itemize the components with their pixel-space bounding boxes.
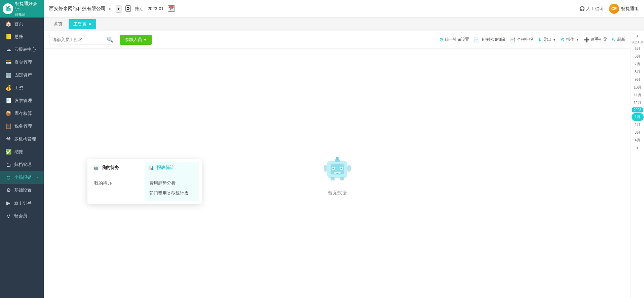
month-1[interactable]: 1月 [632,113,644,121]
logo-icon: 畅 [3,3,13,14]
special-deduct-icon: 📄 [474,37,480,42]
popup-dept-expense[interactable]: 部门费用类型统计表 [148,188,196,198]
add-company-btn[interactable]: ＋ [116,5,121,12]
popup-col-reports-header: 📊 报表统计 [148,164,196,174]
tab-close-salary[interactable]: ✕ [88,22,91,26]
month-4[interactable]: 4月 [632,136,644,144]
svg-rect-11 [331,177,335,180]
assets-icon: 🏢 [5,72,12,78]
empty-text: 暂无数据 [328,190,347,196]
sidebar-item-guide[interactable]: ▶ 新手引导 [0,197,44,209]
sidebar-item-salary[interactable]: 💰 工资 [0,81,44,94]
popup-todo-item[interactable]: 我的待办 [93,178,141,188]
social-insurance-btn[interactable]: ⚙ 统一社保设置 [439,37,469,42]
top-header: 西安虾米网络科技有限公司 ▼ ＋ ⚙ 账期 2023-01 📅 🎧 人工咨询 C… [44,0,644,18]
period-label: 账期 [135,6,144,12]
search-box[interactable]: 🔍 [49,35,116,44]
sidebar-item-settings[interactable]: ⚙ 基础设置 [0,184,44,197]
sidebar-item-reports[interactable]: ☁ 云报表中心 [0,43,44,56]
toolbar-actions: ⚙ 统一社保设置 📄 专项附加扣除 📑 个税申报 ⬇ 导出 ▼ ⚙ [439,37,625,42]
sidebar-item-inventory[interactable]: 📦 库存核算 [0,107,44,120]
svg-point-4 [332,167,334,169]
tab-salary-table[interactable]: 工资表 ✕ [69,19,96,29]
add-employee-btn[interactable]: 添加人员 ▼ [120,35,152,45]
company-dropdown-arrow: ▼ [108,6,112,11]
sidebar-item-tax[interactable]: 🧮 税务管理 [0,120,44,133]
user-name: 畅捷通组 [621,6,639,12]
month-10[interactable]: 10月 [632,84,644,91]
cloud-icon: ☁ [5,46,11,53]
sidebar-item-finance[interactable]: 💳 资金管理 [0,56,44,69]
reports-icon: 📊 [148,164,155,171]
finance-icon: 💳 [5,59,12,65]
svg-rect-7 [335,159,340,162]
popup-menu: 🤖 我的待办 我的待办 📊 报表统计 费用趋势分析 [87,159,202,204]
month-7[interactable]: 7月 [632,60,644,68]
popup-expense-trend[interactable]: 费用趋势分析 [148,178,196,188]
month-5[interactable]: 5月 [632,45,644,53]
year-period-label: 2023.01 [631,40,644,45]
service-btn[interactable]: 🎧 人工咨询 [579,6,604,12]
operate-icon: ⚙ [561,37,565,42]
month-nav-down[interactable]: ▼ [633,144,642,152]
settlement-icon: ✅ [5,149,12,155]
app-logo: 畅 畅捷通好会计 好账易 [0,0,44,18]
popup-col-todo-header: 🤖 我的待办 [93,164,141,174]
user-info[interactable]: CE 畅捷通组 [609,4,639,14]
tax-report-btn[interactable]: 📑 个税申报 [510,37,533,42]
operate-btn[interactable]: ⚙ 操作 ▼ [561,37,579,42]
sidebar-item-member[interactable]: V 畅会员 [0,209,44,222]
refresh-btn[interactable]: ↻ 刷新 [612,37,625,42]
sidebar-item-ledger[interactable]: 📒 总账 [0,30,44,43]
sidebar: 畅 畅捷通好会计 好账易 🏠 首页 📒 总账 ☁ 云报表中心 💳 资金管理 🏢 … [0,0,44,298]
ledger-icon: 📒 [5,34,12,40]
refresh-icon: ↻ [612,37,616,42]
social-insurance-icon: ⚙ [439,37,444,42]
month-12[interactable]: 12月 [632,99,644,107]
sidebar-collapse-arrow: ‹ [37,175,38,179]
sidebar-item-multi-org[interactable]: 🏛 多机构管理 [0,133,44,145]
month-9[interactable]: 9月 [632,76,644,84]
logo-text: 畅捷通好会计 好账易 [15,1,41,17]
month-nav-up[interactable]: ▲ [633,32,642,40]
company-name: 西安虾米网络科技有限公司 [49,6,106,12]
tab-home[interactable]: 首页 [49,19,67,29]
export-btn[interactable]: ⬇ 导出 ▼ [538,37,556,42]
special-deduct-btn[interactable]: 📄 专项附加扣除 [474,37,505,42]
add-btn-arrow: ▼ [143,38,147,42]
settings-gear-btn[interactable]: ⚙ [125,5,131,12]
calendar-btn[interactable]: 📅 [168,5,175,12]
company-selector[interactable]: 西安虾米网络科技有限公司 ▼ [49,6,112,12]
popup-col-todo: 🤖 我的待办 我的待办 [93,164,141,198]
sidebar-item-home[interactable]: 🏠 首页 [0,18,44,30]
inventory-icon: 📦 [5,110,12,117]
archive-icon: 🗂 [5,162,11,168]
todo-icon: 🤖 [93,164,100,171]
search-icon: 🔍 [107,36,113,43]
guide-icon: ▶ [5,200,11,206]
popup-col-reports: 📊 报表统计 费用趋势分析 部门费用类型统计表 [145,162,199,201]
tax-icon: 🧮 [5,123,12,129]
sidebar-item-settlement[interactable]: ✅ 结账 [0,145,44,158]
new-guide-icon: ➕ [584,37,590,42]
sidebar-item-invoice[interactable]: 🧾 发票管理 [0,94,44,107]
empty-icon [320,151,354,185]
invoice-icon: 🧾 [5,98,12,104]
month-8[interactable]: 8月 [632,68,644,76]
month-2[interactable]: 2月 [632,121,644,129]
main-content: 西安虾米网络科技有限公司 ▼ ＋ ⚙ 账期 2023-01 📅 🎧 人工咨询 C… [44,0,644,298]
sidebar-item-xiao-expense[interactable]: G 小畅报销 ‹ [0,171,44,184]
sidebar-item-assets[interactable]: 🏢 固定资产 [0,69,44,81]
sidebar-item-archive[interactable]: 🗂 归档管理 [0,158,44,171]
new-guide-btn[interactable]: ➕ 新手引导 [584,37,607,42]
month-6[interactable]: 6月 [632,53,644,60]
month-11[interactable]: 11月 [632,91,644,99]
month-3[interactable]: 3月 [632,129,644,136]
svg-point-8 [336,157,339,160]
header-right: 🎧 人工咨询 CE 畅捷通组 [579,4,639,14]
salary-icon: 💰 [5,85,12,91]
expense-icon: G [5,175,11,180]
search-input[interactable] [52,37,105,42]
headset-icon: 🎧 [579,6,585,11]
operate-arrow: ▼ [576,38,579,41]
